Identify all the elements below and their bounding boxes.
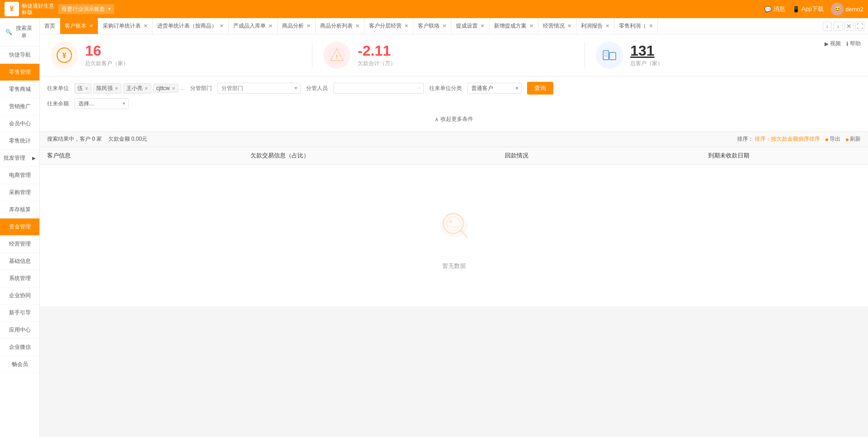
person-input[interactable] (333, 83, 424, 94)
query-button[interactable]: 查询 (527, 82, 553, 95)
tab-close-commission-settings[interactable]: ✕ (480, 23, 484, 29)
remove-tag-chen[interactable]: ✕ (115, 86, 118, 91)
help-btn[interactable]: ℹ 帮助 (846, 40, 861, 48)
message-btn[interactable]: 💬 消息 (764, 5, 785, 13)
stat-value-debt-customers: 16 (85, 43, 129, 58)
tab-customer-ledger[interactable]: 客户账本 ✕ (60, 18, 98, 34)
tab-close-new-commission[interactable]: ✕ (529, 23, 533, 29)
svg-point-15 (449, 219, 452, 223)
tab-customer-tier[interactable]: 客户分层经营 ✕ (364, 18, 413, 34)
tab-next-btn[interactable]: › (834, 22, 843, 31)
tab-retail-profit[interactable]: 零售利润（ ✕ (614, 18, 658, 34)
remove-tag-cjttcw[interactable]: ✕ (172, 86, 175, 91)
tab-close-all-btn[interactable]: ✕ (844, 22, 854, 31)
sidebar-item-operations[interactable]: 经营管理 (0, 236, 39, 253)
collapse-btn[interactable]: ∧ 收起更多条件 (47, 113, 861, 126)
tab-purchase-stats[interactable]: 采购订单统计表 ✕ (98, 18, 153, 34)
search-menu-btn[interactable]: 🔍 搜索菜单 (4, 23, 36, 42)
total-customers-icon (596, 42, 623, 69)
tab-close-purchase-stats[interactable]: ✕ (144, 23, 148, 29)
tab-business-status[interactable]: 经营情况 ✕ (538, 18, 576, 34)
col-repayment: 回款情况 (505, 152, 708, 160)
tab-close-customer-tier[interactable]: ✕ (404, 23, 408, 29)
empty-state-text: 暂无数据 (442, 262, 466, 270)
dept-input[interactable] (217, 83, 301, 94)
tab-product-analysis-list[interactable]: 商品分析列表 ✕ (316, 18, 364, 34)
sidebar-item-retail-stats[interactable]: 零售统计 (0, 133, 39, 150)
tab-close-customer-contact[interactable]: ✕ (442, 23, 446, 29)
result-bar: 搜索结果中，客户 0 家 欠款金额 0.00元 排序： 排序：按欠款金额倒序排序 (40, 132, 868, 147)
tab-commission-settings[interactable]: 提成设置 ✕ (451, 18, 489, 34)
sidebar-item-quick-nav[interactable]: 快捷导航 (0, 47, 39, 64)
sidebar-search-area: 🔍 搜索菜单 (0, 18, 39, 47)
top-bar-right: 💬 消息 📱 App下载 😊 demo2 (764, 3, 863, 15)
content-area: 首页 客户账本 ✕ 采购订单统计表 ✕ 进货单统计表（按商品） ✕ 产成品入库单… (40, 18, 868, 437)
sidebar-item-system[interactable]: 系统管理 (0, 270, 39, 287)
tab-inbound-stats[interactable]: 进货单统计表（按商品） ✕ (153, 18, 229, 34)
sidebar-item-retail-mall[interactable]: 零售商城 (0, 81, 39, 98)
message-icon: 💬 (764, 6, 772, 13)
tab-prev-btn[interactable]: ‹ (823, 22, 832, 31)
main-layout: 🔍 搜索菜单 快捷导航 零售管理 零售商城 营销推广 会员中心 零售统计 (0, 18, 868, 437)
export-btn[interactable]: 导出 (825, 135, 840, 143)
stat-label-debt-customers: 总欠款客户（家） (85, 60, 129, 67)
sidebar-item-purchase[interactable]: 采购管理 (0, 184, 39, 201)
logo-area: ¥ 畅捷通好生意 标版 (5, 2, 54, 16)
tab-close-product-inbound[interactable]: ✕ (269, 23, 273, 29)
account-selector[interactable]: 母婴行业演示账套 (58, 4, 114, 14)
tab-home[interactable]: 首页 (40, 18, 60, 34)
stat-card-debt-customers: ¥ 16 总欠款客户（家） (51, 42, 312, 69)
sidebar-item-inventory[interactable]: 库存核算 (0, 201, 39, 218)
sidebar-item-app-center[interactable]: 应用中心 (0, 322, 39, 339)
sidebar-item-wechat[interactable]: 企业微信 (0, 339, 39, 356)
unit-class-select[interactable]: 普通客户 (467, 83, 522, 94)
stat-card-debt-total: ! -2.11 欠款合计（万） (323, 42, 585, 69)
filter-more-tags[interactable]: ... (180, 85, 185, 91)
tab-close-inbound-stats[interactable]: ✕ (220, 23, 224, 29)
video-btn[interactable]: ▶ 视频 (825, 40, 841, 48)
sidebar-item-ecommerce[interactable]: 电商管理 (0, 167, 39, 184)
remove-tag-wu[interactable]: ✕ (85, 86, 88, 91)
svg-rect-10 (606, 55, 607, 57)
tab-new-commission[interactable]: 新增提成方案 ✕ (489, 18, 538, 34)
sidebar-item-marketing[interactable]: 营销推广 (0, 98, 39, 115)
unit-class-select-wrap: 普通客户 ✕ (467, 83, 522, 94)
tab-close-product-analysis-list[interactable]: ✕ (355, 23, 360, 29)
sidebar-item-wholesale[interactable]: 批发管理 ▶ (0, 150, 39, 167)
avatar: 😊 (831, 3, 844, 15)
chevron-up-icon: ∧ (435, 116, 439, 123)
stat-info-debt-customers: 16 总欠款客户（家） (85, 43, 129, 67)
tab-product-analysis[interactable]: 商品分析 ✕ (278, 18, 316, 34)
stat-info-debt-total: -2.11 欠款合计（万） (358, 43, 396, 67)
sidebar-item-newbie-guide[interactable]: 新手引导 (0, 304, 39, 322)
sidebar-item-enterprise-collab[interactable]: 企业协同 (0, 287, 39, 304)
tab-close-customer-ledger[interactable]: ✕ (89, 23, 93, 29)
remove-tag-wang[interactable]: ✕ (144, 86, 148, 91)
sidebar-item-finance[interactable]: 资金管理 (0, 218, 39, 236)
svg-rect-5 (603, 51, 609, 60)
user-menu[interactable]: 😊 demo2 (831, 3, 863, 15)
tab-fullscreen-btn[interactable]: ⛶ (855, 22, 864, 31)
tab-close-business-status[interactable]: ✕ (567, 23, 571, 29)
refresh-icon (846, 136, 849, 142)
help-icon: ℹ (846, 41, 849, 47)
tab-customer-contact[interactable]: 客户联络 ✕ (413, 18, 451, 34)
app-download-btn[interactable]: 📱 App下载 (792, 5, 824, 13)
play-icon: ▶ (825, 41, 829, 47)
remaining-select-wrap: 选择... (74, 98, 129, 109)
stat-info-total-customers: 131 总客户（家） (630, 43, 663, 67)
sidebar-item-member-center[interactable]: 会员中心 (0, 115, 39, 133)
sidebar-item-basic-info[interactable]: 基础信息 (0, 253, 39, 270)
tab-product-inbound[interactable]: 产成品入库单 ✕ (229, 18, 278, 34)
refresh-btn[interactable]: 刷新 (846, 135, 861, 143)
remaining-select[interactable]: 选择... (74, 98, 129, 109)
sidebar-item-retail-mgmt[interactable]: 零售管理 (0, 64, 39, 81)
svg-rect-8 (606, 52, 607, 54)
tab-close-product-analysis[interactable]: ✕ (307, 23, 311, 29)
tab-close-retail-profit[interactable]: ✕ (649, 23, 653, 29)
sidebar-item-chang-member[interactable]: 畅会员 (0, 356, 39, 373)
tab-close-profit-report[interactable]: ✕ (605, 23, 609, 29)
tab-bar: 首页 客户账本 ✕ 采购订单统计表 ✕ 进货单统计表（按商品） ✕ 产成品入库单… (40, 18, 868, 34)
svg-rect-7 (604, 52, 605, 54)
tab-profit-report[interactable]: 利润报告 ✕ (576, 18, 614, 34)
